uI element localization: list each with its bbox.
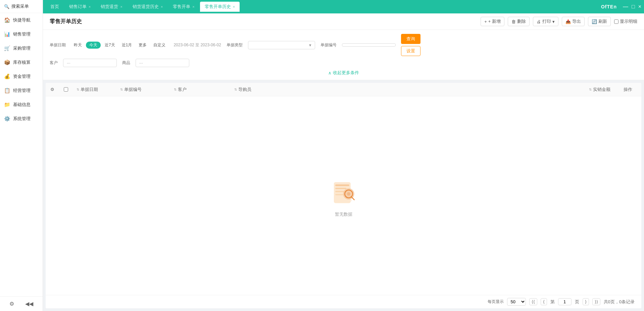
show-detail-label: 显示明细	[620, 18, 637, 24]
col-action-label: 操作	[624, 87, 632, 93]
page-size-dropdown[interactable]: 50 20 100	[507, 298, 526, 306]
collapse-icon[interactable]: ◀◀	[25, 301, 33, 307]
date-filter-label: 单据日期	[50, 42, 66, 48]
col-guide-label: 导购员	[238, 87, 251, 93]
sidebar-item-basic-info[interactable]: 📁 基础信息	[0, 98, 43, 112]
tab-sales-return-history[interactable]: 销货退货历史 ×	[128, 2, 167, 12]
table-body: 暂无数据	[46, 96, 641, 295]
sidebar-item-purchase-mgmt[interactable]: 🛒 采购管理	[0, 41, 43, 55]
page-last-button[interactable]: ⟩⟩	[592, 298, 600, 305]
show-detail-toggle[interactable]: 显示明细	[614, 18, 637, 24]
date-btn-7days[interactable]: 近7天	[102, 42, 118, 49]
page-label: 第	[550, 299, 555, 305]
col-no-sort-icon: ⇅	[120, 88, 123, 91]
export-button[interactable]: 📤 导出	[562, 17, 585, 26]
export-icon: 📤	[565, 19, 571, 24]
delete-icon: 🗑	[511, 19, 516, 24]
close-icon[interactable]: ×	[233, 5, 235, 9]
brand-label: OfTEn	[601, 4, 617, 9]
svg-point-9	[347, 192, 350, 196]
export-label: 导出	[572, 18, 581, 24]
query-button[interactable]: 查询	[401, 34, 420, 44]
col-customer[interactable]: ⇅ 客户	[170, 87, 230, 93]
close-icon[interactable]: ×	[120, 5, 122, 9]
sidebar-item-sales-mgmt[interactable]: 📊 销售管理	[0, 27, 43, 41]
col-date[interactable]: ⇅ 单据日期	[72, 87, 116, 93]
col-no[interactable]: ⇅ 单据编号	[116, 87, 170, 93]
sidebar-item-label: 库存核算	[13, 59, 31, 65]
table-header: ⚙ ⇅ 单据日期 ⇅ 单据编号 ⇅ 客户 ⇅ 导购员 ⇅	[46, 83, 641, 96]
sidebar-item-label: 资金管理	[13, 73, 31, 80]
sidebar-item-inventory[interactable]: 📦 库存核算	[0, 55, 43, 69]
delete-button[interactable]: 🗑 删除	[508, 17, 530, 26]
sidebar-item-label: 经营管理	[13, 88, 31, 94]
col-settings[interactable]: ⚙	[46, 87, 59, 92]
refresh-label: 刷新	[598, 18, 607, 24]
show-detail-checkbox[interactable]	[614, 19, 618, 24]
chevron-down-icon: ▾	[309, 43, 311, 48]
close-icon[interactable]: ×	[192, 5, 194, 9]
col-amount[interactable]: ⇅ 实销金额	[574, 87, 614, 93]
page-next-button[interactable]: ⟩	[583, 298, 589, 305]
tab-retail-history[interactable]: 零售开单历史 ×	[200, 2, 240, 12]
date-btn-more[interactable]: 更多	[136, 42, 149, 49]
sidebar-item-label: 销售管理	[13, 31, 31, 37]
window-min-icon[interactable]: —	[623, 4, 628, 10]
page-first-button[interactable]: ⟨⟨	[529, 298, 537, 305]
tab-sales-return[interactable]: 销货退货 ×	[96, 2, 127, 12]
chart-icon: 📊	[4, 31, 10, 37]
empty-text: 暂无数据	[335, 211, 352, 217]
type-filter-select[interactable]: ▾	[248, 41, 315, 49]
date-btn-yesterday[interactable]: 昨天	[71, 42, 85, 49]
sidebar-item-ops-mgmt[interactable]: 📋 经营管理	[0, 84, 43, 98]
select-all-checkbox[interactable]	[64, 87, 68, 92]
page-input[interactable]	[558, 298, 572, 305]
sidebar-item-finance[interactable]: 💰 资金管理	[0, 69, 43, 84]
close-icon[interactable]: ×	[161, 5, 163, 9]
filter-area: 单据日期 昨天 今天 近7天 近1月 更多 自定义 2023-06-02 至 2…	[43, 30, 644, 80]
sidebar-item-quick-nav[interactable]: 🏠 快捷导航	[0, 13, 43, 27]
no-filter-input[interactable]	[342, 43, 396, 47]
search-icon: 🔍	[4, 4, 9, 9]
tab-sales-order[interactable]: 销售订单 ×	[64, 2, 95, 12]
goods-filter-input[interactable]: ···	[136, 59, 189, 67]
date-btn-1month[interactable]: 近1月	[119, 42, 135, 49]
add-button[interactable]: + + 新增	[481, 17, 504, 26]
col-customer-label: 客户	[178, 87, 187, 93]
sidebar-item-label: 系统管理	[13, 116, 31, 122]
col-guide[interactable]: ⇅ 导购员	[230, 87, 270, 93]
window-max-icon[interactable]: □	[632, 4, 635, 10]
page-prev-button[interactable]: ⟨	[541, 298, 547, 305]
sidebar-item-sys-mgmt[interactable]: ⚙️ 系统管理	[0, 112, 43, 126]
window-close-icon[interactable]: ×	[638, 4, 641, 10]
tab-retail-open[interactable]: 零售开单 ×	[168, 2, 199, 12]
settings-icon: ⚙	[50, 87, 54, 92]
col-date-sort-icon: ⇅	[77, 88, 79, 91]
tab-retail-open-label: 零售开单	[173, 4, 190, 10]
sidebar-search[interactable]: 🔍 搜索采单	[0, 0, 43, 13]
page-header: 零售开单历史 + + 新增 🗑 删除 🖨 打印 ▾ 📤 导出 🔄 刷新	[43, 13, 644, 30]
refresh-icon: 🔄	[592, 19, 597, 24]
filter-row-2: 客户 ··· 商品 ···	[50, 59, 637, 67]
chevron-up-icon: ∧	[328, 70, 332, 75]
tab-home[interactable]: 首页	[46, 2, 64, 12]
print-button[interactable]: 🖨 打印 ▾	[533, 17, 558, 26]
col-check[interactable]	[59, 87, 72, 92]
type-filter-label: 单据类型	[227, 42, 243, 48]
setting-button[interactable]: 设置	[401, 46, 420, 56]
date-btn-custom[interactable]: 自定义	[151, 42, 168, 49]
per-page-select[interactable]: 50 20 100	[507, 298, 526, 306]
col-action: 操作	[614, 87, 641, 93]
collapse-button[interactable]: ∧ 收起更多条件	[50, 70, 637, 76]
customer-filter-input[interactable]: ···	[63, 59, 117, 67]
refresh-button[interactable]: 🔄 刷新	[588, 17, 611, 26]
print-dropdown-icon: ▾	[552, 19, 555, 24]
tab-sales-order-label: 销售订单	[69, 4, 87, 10]
box-icon: 📦	[4, 59, 10, 65]
cart-icon: 🛒	[4, 45, 10, 51]
settings-icon[interactable]: ⚙	[9, 301, 14, 307]
date-btn-today[interactable]: 今天	[86, 42, 101, 49]
close-icon[interactable]: ×	[89, 5, 91, 9]
folder-icon: 📁	[4, 102, 10, 108]
nav-right: OfTEn — □ ×	[601, 4, 641, 10]
